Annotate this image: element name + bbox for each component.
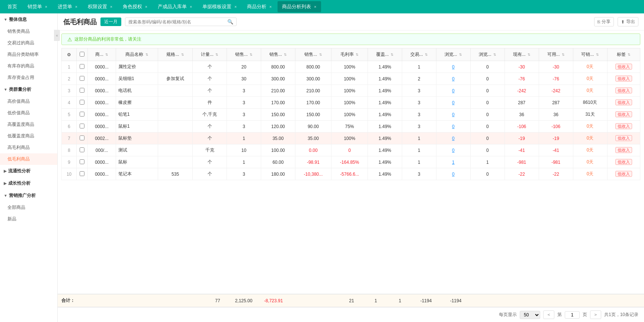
nav-template-settings[interactable]: 单据模板设置 × — [198, 1, 241, 12]
row-gross-margin: -164.85% — [331, 156, 368, 168]
nav-sales[interactable]: 销货单 × — [23, 1, 52, 12]
row-coverage: 1.49% — [368, 61, 402, 73]
nav-product-analysis-list[interactable]: 商品分析列表 × — [278, 1, 321, 12]
sidebar-item-sales-goods[interactable]: 销售类商品 — [0, 26, 57, 37]
sidebar-item-category-rate[interactable]: 商品分类助销率 — [0, 49, 57, 60]
row-checkbox[interactable] — [77, 156, 88, 168]
sidebar-item-inventory-capital[interactable]: 库存资金占用 — [0, 72, 57, 83]
row-sellable: 0天 — [573, 121, 607, 133]
row-view1[interactable]: 0 — [436, 144, 470, 156]
row-view1[interactable]: 0 — [436, 121, 470, 133]
row-spec — [158, 109, 193, 121]
close-icon[interactable]: × — [45, 4, 47, 9]
row-checkbox[interactable] — [77, 97, 88, 109]
row-view1[interactable]: 0 — [436, 61, 470, 73]
col-code[interactable]: 商... ⇅ — [88, 48, 116, 61]
close-icon[interactable]: × — [145, 4, 147, 9]
page-input[interactable] — [565, 311, 580, 319]
row-sales-profit: 300.00 — [295, 73, 331, 85]
sidebar-item-low-margin[interactable]: 低毛利商品 — [0, 153, 57, 165]
row-checkbox[interactable] — [77, 85, 88, 97]
row-checkbox[interactable] — [77, 144, 88, 156]
row-spec: 参加复试 — [158, 73, 193, 85]
nav-product-analysis[interactable]: 商品分析 × — [243, 1, 276, 12]
row-checkbox[interactable] — [77, 61, 88, 73]
export-button[interactable]: ⬆ 导出 — [618, 17, 638, 26]
sidebar-item-high-value[interactable]: 高价值商品 — [0, 96, 57, 107]
sidebar-item-high-coverage[interactable]: 高覆盖度商品 — [0, 119, 57, 130]
select-all-checkbox[interactable] — [80, 52, 84, 57]
row-view1[interactable]: 0 — [436, 168, 470, 180]
close-icon[interactable]: × — [234, 4, 237, 9]
sidebar-item-high-margin[interactable]: 高毛利商品 — [0, 142, 57, 153]
col-view2[interactable]: 浏览... ⇅ — [470, 48, 504, 61]
row-checkbox[interactable] — [77, 121, 88, 133]
page-title: 低毛利商品 — [63, 17, 97, 26]
totals-sales-profit: -8,723.91 — [259, 298, 288, 303]
per-page-select[interactable]: 50 100 200 — [520, 311, 540, 319]
row-checkbox[interactable] — [77, 168, 88, 180]
close-icon[interactable]: × — [75, 4, 77, 9]
sidebar-group-circulation[interactable]: ▶ 流通性分析 — [0, 165, 57, 177]
nav-purchase[interactable]: 进货单 × — [53, 1, 82, 12]
sidebar-group-marketing[interactable]: ▼ 营销推广分析 — [0, 189, 57, 202]
row-available: -22 — [539, 168, 573, 180]
col-sales-qty[interactable]: 销售... ⇅ — [227, 48, 261, 61]
sidebar-item-in-stock[interactable]: 有库存的商品 — [0, 60, 57, 72]
row-unit: 个 — [193, 85, 227, 97]
sidebar-group-overall[interactable]: ▼ 整体信息 — [0, 13, 57, 26]
row-name: 属性定价 — [116, 61, 158, 73]
col-gross-margin[interactable]: 毛利率 ⇅ — [331, 48, 368, 61]
row-transaction: 1 — [402, 133, 436, 144]
close-icon[interactable]: × — [269, 4, 272, 9]
row-checkbox[interactable] — [77, 109, 88, 121]
close-icon[interactable]: × — [190, 4, 192, 9]
close-icon[interactable]: × — [110, 4, 112, 9]
row-transaction: 3 — [402, 121, 436, 133]
next-page-button[interactable]: ＞ — [590, 310, 601, 319]
col-available[interactable]: 可用... ⇅ — [539, 48, 573, 61]
col-name[interactable]: 商品名称 ⇅ — [116, 48, 158, 61]
col-view1[interactable]: 浏览... ⇅ — [436, 48, 470, 61]
col-sales-amount[interactable]: 销售... ⇅ — [261, 48, 295, 61]
date-filter-button[interactable]: 近一月 — [100, 17, 121, 26]
col-spec[interactable]: 规格... ⇅ — [158, 48, 193, 61]
row-sales-qty: 3 — [227, 109, 261, 121]
row-sales-amount: 150.00 — [261, 109, 295, 121]
row-view1[interactable]: 0 — [436, 133, 470, 144]
col-current-stock[interactable]: 现有... ⇅ — [504, 48, 539, 61]
nav-roles[interactable]: 角色授权 × — [118, 1, 152, 12]
prev-page-button[interactable]: ＜ — [543, 310, 554, 319]
sidebar-item-all-goods[interactable]: 全部商品 — [0, 202, 57, 213]
sidebar-item-new-goods[interactable]: 新品 — [0, 213, 57, 225]
row-checkbox[interactable] — [77, 73, 88, 85]
row-view1[interactable]: 1 — [436, 156, 470, 168]
nav-product-entry[interactable]: 产成品入库单 × — [153, 1, 196, 12]
share-button[interactable]: ⎘ 分享 — [594, 17, 614, 26]
search-input[interactable] — [128, 19, 227, 25]
nav-permissions[interactable]: 权限设置 × — [83, 1, 117, 12]
sidebar-item-low-coverage[interactable]: 低覆盖度商品 — [0, 130, 57, 142]
sidebar-item-low-value[interactable]: 低价值商品 — [0, 107, 57, 119]
col-sales-profit[interactable]: 销售... ⇅ — [295, 48, 331, 61]
row-view1[interactable]: 0 — [436, 109, 470, 121]
close-icon[interactable]: × — [314, 4, 316, 9]
col-unit[interactable]: 计量... ⇅ — [193, 48, 227, 61]
row-view1[interactable]: 0 — [436, 73, 470, 85]
col-settings[interactable]: ⚙ — [62, 48, 77, 61]
row-code: 0002... — [88, 133, 116, 144]
sidebar-group-cluster-label: 类群量分析 — [9, 86, 31, 93]
sidebar-item-traded-goods[interactable]: 交易过的商品 — [0, 37, 57, 49]
sidebar-group-growth[interactable]: ▶ 成长性分析 — [0, 177, 57, 189]
nav-home[interactable]: 首页 — [3, 1, 22, 12]
col-transaction[interactable]: 交易... ⇅ — [402, 48, 436, 61]
col-sellable[interactable]: 可销... ⇅ — [573, 48, 607, 61]
row-view1[interactable]: 0 — [436, 85, 470, 97]
search-icon[interactable]: 🔍 — [227, 19, 233, 25]
col-tag[interactable]: 标签 ⇅ — [607, 48, 640, 61]
row-view1[interactable]: 0 — [436, 97, 470, 109]
col-coverage[interactable]: 覆盖... ⇅ — [368, 48, 402, 61]
sidebar-collapse-button[interactable]: « — [54, 30, 60, 41]
row-checkbox[interactable] — [77, 133, 88, 144]
sidebar-group-cluster[interactable]: ▼ 类群量分析 — [0, 83, 57, 96]
